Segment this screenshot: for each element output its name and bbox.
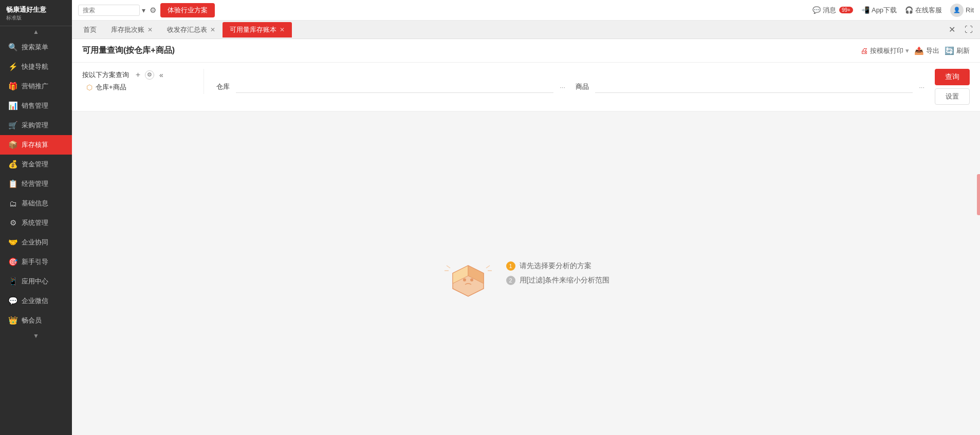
scroll-indicator[interactable] — [977, 174, 980, 215]
tab-batch-account-label: 库存批次账 — [111, 25, 144, 34]
message-button[interactable]: 💬 消息 99+ — [812, 6, 853, 15]
avatar: 👤 — [950, 4, 964, 17]
tab-batch-account[interactable]: 库存批次账 ✕ — [104, 22, 160, 37]
scheme-icon: ⬡ — [86, 83, 93, 91]
warehouse-field-group: 仓库 ··· — [216, 81, 567, 93]
product-field-input[interactable] — [595, 81, 913, 93]
sidebar-item-purchase[interactable]: 🛒 采购管理 — [0, 116, 72, 135]
chart-icon: 📊 — [8, 101, 17, 110]
empty-state: 1 请先选择要分析的方案 2 用[过滤]条件来缩小分析范围 — [72, 111, 980, 435]
sidebar-item-operations[interactable]: 📋 经营管理 — [0, 174, 72, 194]
svg-point-3 — [463, 278, 466, 281]
sidebar-item-inventory[interactable]: 📦 库存核算 — [0, 135, 72, 155]
tab-home[interactable]: 首页 — [76, 22, 104, 37]
sidebar-item-label-search: 搜索菜单 — [22, 43, 48, 52]
empty-illustration — [442, 248, 494, 299]
sidebar-item-search[interactable]: 🔍 搜索菜单 — [0, 37, 72, 57]
sidebar-item-label-member: 畅会员 — [22, 316, 42, 325]
tabs-bar: 首页 库存批次账 ✕ 收发存汇总表 ✕ 可用量库存账本 ✕ ✕ ⛶ — [72, 21, 980, 39]
sidebar-item-app-center[interactable]: 📱 应用中心 — [0, 272, 72, 291]
tab-receipt-summary[interactable]: 收发存汇总表 ✕ — [160, 22, 223, 37]
tab-batch-account-close[interactable]: ✕ — [147, 26, 153, 33]
sidebar-item-system[interactable]: ⚙ 系统管理 — [0, 213, 72, 233]
topbar-search-area: ▾ — [78, 5, 145, 16]
warehouse-more-button[interactable]: ··· — [558, 83, 567, 91]
tab-receipt-summary-close[interactable]: ✕ — [210, 26, 215, 33]
tip-number-2: 2 — [506, 276, 515, 285]
filter-area: 按以下方案查询 ＋ ⚙ « ⬡ 仓库+商品 仓库 — [72, 63, 980, 111]
tab-receipt-summary-label: 收发存汇总表 — [167, 25, 207, 34]
empty-tip-1-text: 请先选择要分析的方案 — [520, 261, 591, 271]
export-button[interactable]: 📤 导出 — [914, 46, 939, 55]
sidebar-item-finance[interactable]: 💰 资金管理 — [0, 155, 72, 174]
sidebar-item-new-guide[interactable]: 🎯 新手引导 — [0, 252, 72, 272]
print-template-label: 按模板打印 — [870, 46, 903, 55]
sidebar-scroll-down[interactable]: ▼ — [0, 330, 72, 342]
sidebar-item-label-enterprise-coop: 企业协同 — [22, 238, 48, 247]
sidebar-item-member[interactable]: 👑 畅会员 — [0, 311, 72, 330]
online-service-label: 在线客服 — [915, 6, 942, 15]
collapse-filter-button[interactable]: « — [156, 70, 167, 80]
close-tab-button[interactable]: ✕ — [946, 24, 958, 35]
tip-number-1: 1 — [506, 261, 515, 271]
print-dropdown-icon[interactable]: ▾ — [905, 47, 909, 54]
headset-icon: 🎧 — [905, 6, 913, 14]
topbar-dropdown-icon[interactable]: ▾ — [142, 6, 145, 14]
online-service-button[interactable]: 🎧 在线客服 — [905, 6, 942, 15]
money-icon: 💰 — [8, 160, 17, 169]
scheme-item-warehouse-product[interactable]: ⬡ 仓库+商品 — [82, 81, 195, 94]
folder-icon: 🗂 — [8, 199, 17, 208]
message-icon: 💬 — [812, 6, 821, 14]
gift-icon: 🎁 — [8, 82, 17, 91]
query-button[interactable]: 查询 — [935, 69, 970, 85]
industry-solution-button[interactable]: 体验行业方案 — [160, 3, 215, 17]
sidebar-item-enterprise-wechat[interactable]: 💬 企业微信 — [0, 291, 72, 311]
user-profile[interactable]: 👤 Rit — [950, 4, 974, 17]
empty-tips: 1 请先选择要分析的方案 2 用[过滤]条件来缩小分析范围 — [506, 261, 610, 285]
main-content: ▾ ⚙ 体验行业方案 💬 消息 99+ 📲 App下载 🎧 在线客服 👤 Rit — [72, 0, 980, 435]
brand-edition: 标准版 — [6, 14, 66, 22]
app-download-button[interactable]: 📲 App下载 — [861, 6, 897, 15]
tab-available-qty-close[interactable]: ✕ — [280, 26, 285, 33]
sidebar-item-label-app-center: 应用中心 — [22, 277, 48, 286]
topbar-gear-icon[interactable]: ⚙ — [150, 6, 156, 15]
sidebar-scroll-up[interactable]: ▲ — [0, 26, 72, 37]
page-header: 可用量查询(按仓库+商品) 🖨 按模板打印 ▾ 📤 导出 🔄 刷新 — [72, 39, 980, 63]
sidebar-item-sales[interactable]: 📊 销售管理 — [0, 96, 72, 116]
expand-tab-button[interactable]: ⛶ — [961, 24, 976, 35]
product-more-button[interactable]: ··· — [917, 83, 927, 91]
message-badge: 99+ — [839, 7, 853, 13]
sidebar-item-label-enterprise-wechat: 企业微信 — [22, 296, 48, 306]
print-icon: 🖨 — [860, 46, 868, 55]
add-scheme-button[interactable]: ＋ — [133, 69, 143, 81]
refresh-label: 刷新 — [956, 46, 970, 55]
topbar-search-input[interactable] — [78, 5, 140, 16]
refresh-button[interactable]: 🔄 刷新 — [945, 46, 970, 55]
manage-scheme-button[interactable]: ⚙ — [145, 70, 154, 80]
topbar-right: 💬 消息 99+ 📲 App下载 🎧 在线客服 👤 Rit — [812, 4, 974, 17]
sidebar-item-enterprise-coop[interactable]: 🤝 企业协同 — [0, 233, 72, 252]
warehouse-field-label: 仓库 — [216, 82, 232, 91]
sidebar-item-label-marketing: 营销推广 — [22, 82, 48, 91]
sidebar-item-basic-info[interactable]: 🗂 基础信息 — [0, 194, 72, 213]
refresh-icon: 🔄 — [945, 46, 954, 55]
svg-line-5 — [447, 266, 450, 268]
box-icon: 📦 — [8, 140, 17, 149]
sidebar-item-shortcut[interactable]: ⚡ 快捷导航 — [0, 57, 72, 77]
sidebar: 畅康通好生意 标准版 ▲ 🔍 搜索菜单 ⚡ 快捷导航 🎁 营销推广 📊 销售管理… — [0, 0, 72, 435]
filter-section-label: 按以下方案查询 — [82, 70, 129, 80]
sidebar-item-label-operations: 经营管理 — [22, 179, 48, 188]
tab-available-qty[interactable]: 可用量库存账本 ✕ — [223, 22, 292, 37]
export-label: 导出 — [926, 46, 939, 55]
settings-button[interactable]: 设置 — [935, 88, 970, 105]
sidebar-item-marketing[interactable]: 🎁 营销推广 — [0, 77, 72, 96]
lightning-icon: ⚡ — [8, 62, 17, 71]
print-template-button[interactable]: 🖨 按模板打印 ▾ — [860, 46, 909, 55]
filter-scheme-header: 按以下方案查询 ＋ ⚙ « — [82, 69, 195, 81]
crown-icon: 👑 — [8, 316, 17, 325]
page-actions: 🖨 按模板打印 ▾ 📤 导出 🔄 刷新 — [860, 46, 970, 55]
filter-icon-group: ＋ ⚙ « — [133, 69, 167, 81]
sidebar-item-label-sales: 销售管理 — [22, 101, 48, 110]
warehouse-field-input[interactable] — [236, 81, 553, 93]
sidebar-item-label-system: 系统管理 — [22, 218, 48, 228]
